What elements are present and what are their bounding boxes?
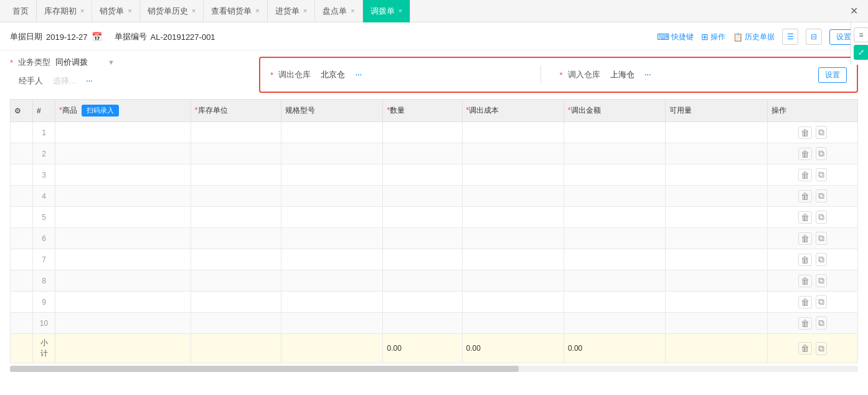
copy-icon-2[interactable]: ⧉ (816, 147, 827, 160)
td-unit-5 (191, 207, 281, 228)
td-product-2[interactable] (55, 143, 191, 164)
business-type-star: * (10, 58, 13, 67)
td-product-1[interactable] (55, 122, 191, 143)
delete-icon-11[interactable]: 🗑 (798, 342, 812, 355)
transfer-out-dots[interactable]: ··· (355, 69, 361, 80)
delete-icon-9[interactable]: 🗑 (798, 296, 812, 308)
window-close-button[interactable]: ✕ (844, 2, 863, 21)
tab-transfer-order-close[interactable]: × (399, 7, 402, 14)
td-avail-2 (666, 143, 767, 164)
transfer-table: ⚙ # *商品 扫码录入 *库存单位 规格型号 *数量 *调出成本 (10, 99, 858, 363)
td-qty-1[interactable] (383, 122, 462, 143)
td-unit-11 (191, 334, 281, 363)
td-qty-4[interactable] (383, 186, 462, 207)
td-qty-10[interactable] (383, 313, 462, 334)
delete-icon-6[interactable]: 🗑 (798, 232, 812, 245)
td-cost-4 (462, 186, 564, 207)
tab-transfer-order[interactable]: 调拨单 × (363, 0, 410, 22)
horizontal-scrollbar[interactable] (10, 366, 858, 372)
tab-inventory-init[interactable]: 库存期初 × (37, 0, 92, 22)
tab-home[interactable]: 首页 (5, 0, 37, 22)
td-product-9[interactable] (55, 292, 191, 313)
td-product-10[interactable] (55, 313, 191, 334)
sidebar-list-btn[interactable]: ≡ (854, 27, 868, 42)
copy-icon-1[interactable]: ⧉ (816, 126, 827, 139)
td-product-3[interactable] (55, 164, 191, 186)
operations-button[interactable]: ⊞ 操作 (701, 32, 725, 42)
tab-view-sales-close[interactable]: × (255, 7, 259, 14)
tab-sales-order[interactable]: 销货单 × (92, 0, 139, 22)
td-unit-2 (191, 143, 281, 164)
handler-placeholder[interactable]: 选择... (53, 75, 76, 87)
copy-icon-3[interactable]: ⧉ (816, 168, 827, 181)
tab-sales-order-close[interactable]: × (128, 7, 131, 14)
delete-icon-8[interactable]: 🗑 (798, 275, 812, 287)
delete-icon-5[interactable]: 🗑 (798, 211, 812, 224)
copy-icon-9[interactable]: ⧉ (816, 295, 827, 308)
tab-sales-history[interactable]: 销货单历史 × (140, 0, 204, 22)
tab-view-sales[interactable]: 查看销货单 × (204, 0, 267, 22)
delete-icon-4[interactable]: 🗑 (798, 190, 812, 202)
copy-icon-10[interactable]: ⧉ (816, 316, 827, 330)
td-num-8: 8 (33, 270, 55, 292)
tab-sales-history-close[interactable]: × (192, 7, 196, 14)
td-avail-8 (666, 270, 767, 292)
layout-list-button[interactable]: ☰ (782, 29, 798, 45)
td-spec-2 (281, 143, 383, 164)
copy-icon-7[interactable]: ⧉ (816, 253, 827, 266)
td-qty-7[interactable] (383, 249, 462, 270)
td-product-7[interactable] (55, 249, 191, 270)
handler-dots[interactable]: ··· (86, 75, 92, 87)
td-cost-6 (462, 228, 564, 249)
td-num-11: 小计 (33, 334, 55, 363)
td-spec-10 (281, 313, 383, 334)
td-product-8[interactable] (55, 270, 191, 292)
tab-purchase-order-label: 进货单 (275, 6, 300, 17)
td-product-5[interactable] (55, 207, 191, 228)
tab-purchase-order[interactable]: 进货单 × (268, 0, 315, 22)
copy-icon-5[interactable]: ⧉ (816, 211, 827, 224)
tab-inventory-init-close[interactable]: × (80, 7, 84, 14)
tab-purchase-order-close[interactable]: × (303, 7, 307, 14)
tab-stock-check-close[interactable]: × (351, 7, 354, 14)
delete-icon-3[interactable]: 🗑 (798, 169, 812, 181)
delete-icon-1[interactable]: 🗑 (798, 126, 812, 139)
td-gear-5 (11, 207, 33, 228)
date-field: 单据日期 2019-12-27 📅 (10, 31, 102, 42)
td-product-4[interactable] (55, 186, 191, 207)
td-qty-9[interactable] (383, 292, 462, 313)
sidebar-expand-btn[interactable]: ⤢ (854, 45, 868, 60)
shortcuts-button[interactable]: ⌨ 快捷键 (657, 32, 694, 42)
amount-star: * (568, 106, 571, 115)
transfer-in-dots[interactable]: ··· (644, 69, 651, 80)
scrollbar-thumb[interactable] (10, 366, 519, 372)
scan-button[interactable]: 扫码录入 (82, 105, 119, 117)
th-gear[interactable]: ⚙ (11, 100, 33, 122)
copy-icon-11[interactable]: ⧉ (816, 342, 827, 355)
copy-icon-8[interactable]: ⧉ (816, 274, 827, 287)
calendar-icon[interactable]: 📅 (92, 32, 102, 42)
td-num-7: 7 (33, 249, 55, 270)
delete-icon-10[interactable]: 🗑 (798, 317, 812, 330)
tab-stock-check[interactable]: 盘点单 × (315, 0, 362, 22)
td-spec-8 (281, 270, 383, 292)
td-product-6[interactable] (55, 228, 191, 249)
cost-star: * (466, 106, 469, 115)
copy-icon-4[interactable]: ⧉ (816, 189, 827, 202)
td-op-8: 🗑 ⧉ (767, 270, 857, 292)
td-qty-5[interactable] (383, 207, 462, 228)
td-qty-3[interactable] (383, 164, 462, 186)
transfer-in-section: * 调入仓库 上海仓 ··· (560, 69, 811, 80)
td-qty-8[interactable] (383, 270, 462, 292)
warehouse-settings-button[interactable]: 设置 (818, 67, 847, 83)
td-spec-5 (281, 207, 383, 228)
date-label: 单据日期 (10, 31, 42, 42)
delete-icon-7[interactable]: 🗑 (798, 254, 812, 266)
td-qty-2[interactable] (383, 143, 462, 164)
layout-grid-button[interactable]: ⊟ (806, 29, 822, 45)
delete-icon-2[interactable]: 🗑 (798, 148, 812, 160)
td-qty-6[interactable] (383, 228, 462, 249)
business-type-select[interactable]: 同价调拨 ▼ (55, 57, 115, 68)
history-button[interactable]: 📋 历史单据 (733, 32, 775, 42)
copy-icon-6[interactable]: ⧉ (816, 232, 827, 245)
